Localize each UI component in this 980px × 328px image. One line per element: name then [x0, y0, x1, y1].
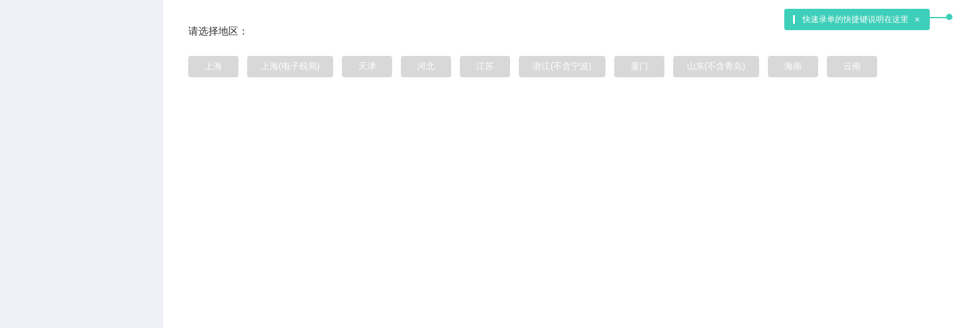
- tooltip-close-button[interactable]: ×: [913, 15, 921, 24]
- main-content: 请选择地区： 上海上海(电子税局)天津河北江苏浙江(不含宁波)厦门山东(不含青岛…: [163, 0, 980, 328]
- region-button-shandong[interactable]: 山东(不含青岛): [673, 56, 759, 77]
- tooltip-dot: [946, 14, 952, 20]
- region-button-shanghai[interactable]: 上海: [188, 56, 238, 77]
- tooltip-bar-icon: [793, 15, 795, 24]
- region-button-jiangsu[interactable]: 江苏: [460, 56, 510, 77]
- region-button-hebei[interactable]: 河北: [401, 56, 451, 77]
- region-buttons-container: 上海上海(电子税局)天津河北江苏浙江(不含宁波)厦门山东(不含青岛)海南云南: [188, 56, 955, 77]
- region-button-zhejiang[interactable]: 浙江(不含宁波): [519, 56, 605, 77]
- tooltip-banner: 快速录单的快捷键说明在这里 ×: [784, 9, 930, 30]
- region-button-hainan[interactable]: 海南: [768, 56, 818, 77]
- tooltip-text: 快速录单的快捷键说明在这里: [802, 14, 908, 25]
- region-button-shanghai-etax[interactable]: 上海(电子税局): [247, 56, 333, 77]
- region-button-yunnan[interactable]: 云南: [827, 56, 877, 77]
- sidebar: [0, 0, 163, 328]
- region-button-tianjin[interactable]: 天津: [342, 56, 392, 77]
- region-button-xiamen[interactable]: 厦门: [614, 56, 664, 77]
